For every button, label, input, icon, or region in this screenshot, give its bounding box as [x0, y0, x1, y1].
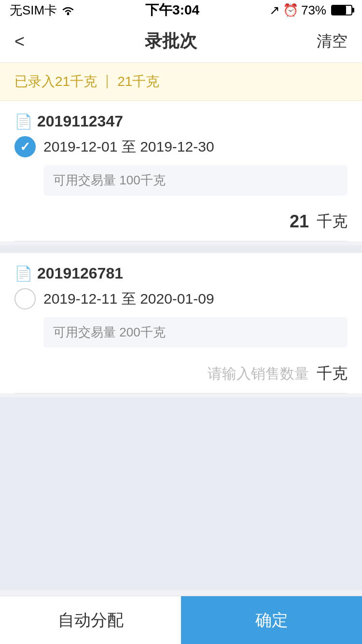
- batch-2-qty-unit: 千克: [317, 363, 348, 384]
- info-value: 21千克: [117, 72, 159, 91]
- batch-2-date: 2019-12-11 至 2020-01-09: [43, 289, 214, 309]
- batch-1-row2: 2019-12-01 至 2019-12-30: [14, 136, 348, 157]
- batch-2-avail: 可用交易量 200千克: [43, 317, 348, 348]
- batch-card-2: 📄 2019126781 2019-12-11 至 2020-01-09 可用交…: [0, 253, 362, 393]
- empty-area: [0, 397, 362, 590]
- battery-percent: 73%: [301, 3, 326, 18]
- clear-button[interactable]: 清空: [317, 31, 348, 52]
- batch-1-qty-value: 21: [290, 211, 309, 232]
- batch-2-id: 2019126781: [37, 265, 123, 282]
- batch-2-qty-row[interactable]: 请输入销售数量 千克: [0, 355, 362, 389]
- auto-distribute-button[interactable]: 自动分配: [0, 596, 181, 644]
- svg-point-0: [67, 13, 70, 15]
- doc-icon-1: 📄: [14, 113, 32, 130]
- section-divider: [0, 245, 362, 253]
- location-icon: ↗: [269, 3, 280, 18]
- status-left: 无SIM卡: [10, 2, 75, 19]
- nav-bar: < 录批次 清空: [0, 20, 362, 63]
- batch-card-1: 📄 2019112347 2019-12-01 至 2019-12-30 可用交…: [0, 101, 362, 241]
- batch-2-qty-placeholder: 请输入销售数量: [208, 364, 309, 384]
- status-time: 下午3:04: [145, 1, 199, 19]
- status-bar: 无SIM卡 下午3:04 ↗ ⏰ 73%: [0, 0, 362, 20]
- alarm-icon: ⏰: [283, 3, 298, 18]
- action-bar: 自动分配 确定: [0, 596, 362, 644]
- info-label: 已录入21千克: [14, 72, 97, 91]
- battery-icon: [331, 5, 352, 15]
- back-button[interactable]: <: [14, 31, 25, 52]
- batch-1-date: 2019-12-01 至 2019-12-30: [43, 137, 214, 157]
- info-bar: 已录入21千克 21千克: [0, 63, 362, 101]
- confirm-button[interactable]: 确定: [181, 596, 362, 644]
- batch-1-qty-unit: 千克: [317, 211, 348, 232]
- batch-2-header: 📄 2019126781: [14, 265, 348, 282]
- doc-icon-2: 📄: [14, 265, 32, 282]
- batch-1-id: 2019112347: [37, 112, 123, 130]
- page-title: 录批次: [145, 29, 197, 53]
- batch-2-divider: [14, 393, 348, 393]
- batch-1-header: 📄 2019112347: [14, 112, 348, 130]
- batch-1-radio[interactable]: [14, 136, 36, 157]
- batch-2-row2: 2019-12-11 至 2020-01-09: [14, 288, 348, 309]
- batch-1-qty-row: 21 千克: [0, 203, 362, 237]
- wifi-icon: [61, 5, 75, 15]
- batch-2-radio[interactable]: [14, 288, 36, 309]
- batch-1-divider: [14, 241, 348, 241]
- status-right: ↗ ⏰ 73%: [269, 3, 352, 18]
- info-divider: [107, 75, 108, 88]
- carrier-text: 无SIM卡: [10, 2, 57, 19]
- batch-1-avail: 可用交易量 100千克: [43, 165, 348, 196]
